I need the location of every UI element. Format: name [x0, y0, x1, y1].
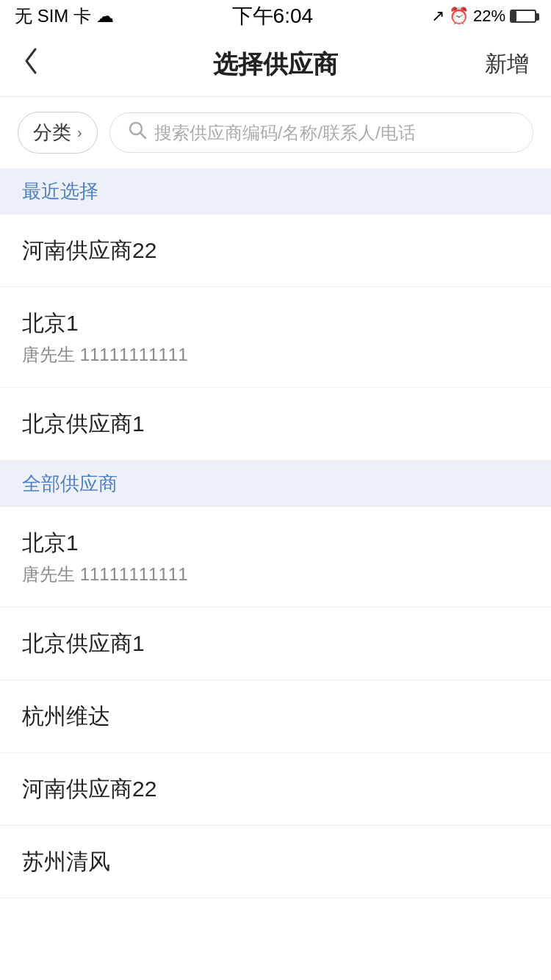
- status-left: 无 SIM 卡 ☁: [15, 4, 114, 28]
- search-box: [109, 112, 533, 153]
- nav-bar: 选择供应商 新增: [0, 32, 551, 97]
- sim-status: 无 SIM 卡 ☁: [15, 4, 114, 28]
- search-icon: [128, 120, 147, 145]
- all-items-list: 北京1唐先生 11111111111北京供应商1杭州维达河南供应商22苏州清风: [0, 507, 551, 898]
- item-name: 杭州维达: [22, 701, 529, 732]
- alarm-icon: ⏰: [449, 7, 469, 26]
- status-right: ↗ ⏰ 22%: [431, 7, 536, 26]
- item-name: 河南供应商22: [22, 774, 529, 804]
- item-name: 北京1: [22, 527, 529, 558]
- chevron-right-icon: ›: [77, 124, 82, 141]
- list-item[interactable]: 北京1唐先生 11111111111: [0, 507, 551, 608]
- list-item[interactable]: 北京1唐先生 11111111111: [0, 287, 551, 388]
- page-title: 选择供应商: [213, 48, 338, 82]
- item-name: 河南供应商22: [22, 235, 529, 266]
- svg-line-1: [140, 133, 145, 138]
- status-bar: 无 SIM 卡 ☁ 下午6:04 ↗ ⏰ 22%: [0, 0, 551, 32]
- battery-label: 22%: [473, 7, 505, 26]
- item-name: 北京供应商1: [22, 408, 529, 439]
- item-name: 苏州清风: [22, 846, 529, 877]
- location-icon: ↗: [431, 7, 444, 26]
- list-item[interactable]: 河南供应商22: [0, 215, 551, 287]
- category-filter[interactable]: 分类 ›: [18, 112, 98, 154]
- list-item[interactable]: 北京供应商1: [0, 388, 551, 461]
- list-item[interactable]: 河南供应商22: [0, 753, 551, 826]
- battery-icon: [510, 10, 536, 23]
- back-button[interactable]: [22, 46, 66, 82]
- list-item[interactable]: 北京供应商1: [0, 608, 551, 680]
- recent-section-label: 最近选择: [22, 180, 98, 202]
- list-item[interactable]: 杭州维达: [0, 680, 551, 753]
- search-input[interactable]: [154, 123, 515, 143]
- filter-row: 分类 ›: [0, 97, 551, 168]
- add-button[interactable]: 新增: [485, 49, 529, 79]
- recent-section-header: 最近选择: [0, 168, 551, 215]
- all-section-label: 全部供应商: [22, 472, 118, 494]
- recent-items-list: 河南供应商22北京1唐先生 11111111111北京供应商1: [0, 215, 551, 461]
- item-sub: 唐先生 11111111111: [22, 343, 529, 367]
- status-time: 下午6:04: [232, 2, 314, 30]
- item-sub: 唐先生 11111111111: [22, 563, 529, 586]
- all-section-header: 全部供应商: [0, 461, 551, 507]
- category-label: 分类: [33, 120, 71, 145]
- item-name: 北京供应商1: [22, 628, 529, 659]
- item-name: 北京1: [22, 308, 529, 339]
- list-item[interactable]: 苏州清风: [0, 826, 551, 898]
